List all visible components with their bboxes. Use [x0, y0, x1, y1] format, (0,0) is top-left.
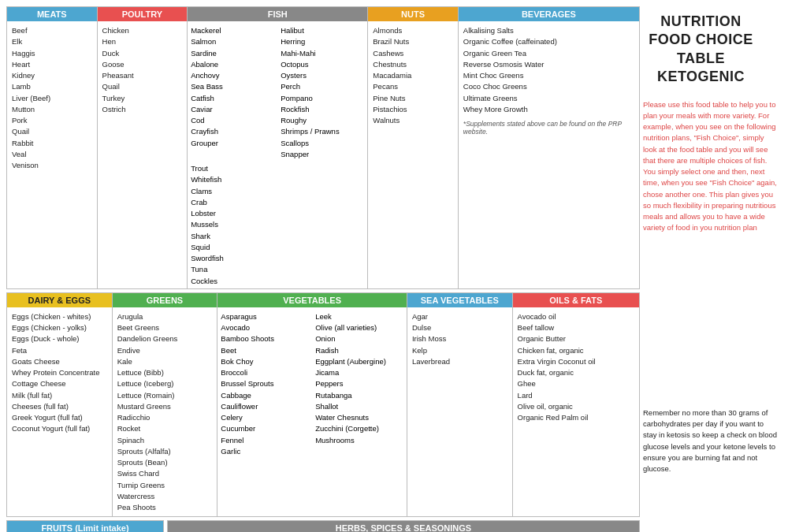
fish-col3: TroutWhitefishClamsCrabLobsterMusselsSha… — [188, 162, 277, 288]
beverages-content: Alkalising SaltsOrganic Coffee (caffeina… — [459, 24, 639, 118]
dairy-col: DAIRY & EGGS Eggs (Chicken - whites)Eggs… — [7, 293, 113, 517]
food-tables: MEATS BeefElkHaggisHeartKidneyLambLiver … — [6, 6, 640, 532]
right-panel: NUTRITIONFOOD CHOICETABLEKETOGENIC Pleas… — [640, 6, 782, 532]
supplement-note: *Supplements stated above can be found o… — [459, 118, 639, 137]
nuts-col: NUTS AlmondsBrazil NutsCashewsChestnutsM… — [368, 7, 459, 288]
oils-content: Avocado oilBeef tallowOrganic ButterChic… — [513, 310, 639, 427]
poultry-content: ChickenHenDuckGoosePheasantQuailTurkeyOs… — [98, 24, 188, 118]
herbs-header: HERBS, SPICES & SEASONINGS — [168, 521, 639, 532]
page-title: NUTRITIONFOOD CHOICETABLEKETOGENIC — [649, 13, 753, 87]
oils-header: OILS & FATS — [513, 293, 639, 307]
bottom-row: FRUITS (Limit intake) ApplesApricotsBlac… — [6, 520, 640, 532]
meats-header: MEATS — [7, 7, 97, 21]
fish-inner: MackerelSalmonSardineAbaloneAnchovySea B… — [188, 24, 367, 288]
sea-veg-col: SEA VEGETABLES AgarDulseIrish MossKelpLa… — [407, 293, 513, 517]
beverages-col: BEVERAGES Alkalising SaltsOrganic Coffee… — [459, 7, 639, 288]
fish-col2: HalibutHerringMahi-MahiOctopusOystersPer… — [277, 24, 367, 162]
sea-veg-content: AgarDulseIrish MossKelpLaverbread — [407, 310, 512, 370]
herbs-section: HERBS, SPICES & SEASONINGS AniseCeltic S… — [167, 520, 640, 532]
fish-header: FISH — [188, 7, 367, 21]
veg-inner: AsparagusAvocadoBamboo ShootsBeetBok Cho… — [217, 310, 407, 459]
meats-content: BeefElkHaggisHeartKidneyLambLiver (Beef)… — [7, 24, 97, 174]
info-red-box: Please use this food table to help you t… — [640, 96, 782, 401]
mid-section: DAIRY & EGGS Eggs (Chicken - whites)Eggs… — [6, 292, 640, 518]
top-section: MEATS BeefElkHaggisHeartKidneyLambLiver … — [6, 6, 640, 289]
veg-col2: LeekOlive (all varieties)OnionRadishEggp… — [312, 310, 407, 459]
title-block: NUTRITIONFOOD CHOICETABLEKETOGENIC — [640, 6, 762, 93]
fish-col: FISH MackerelSalmonSardineAbaloneAnchovy… — [188, 7, 368, 288]
page-container: MEATS BeefElkHaggisHeartKidneyLambLiver … — [6, 6, 782, 532]
vegetables-header: VEGETABLES — [217, 293, 407, 307]
fish-col1: MackerelSalmonSardineAbaloneAnchovySea B… — [188, 24, 277, 162]
greens-header: GREENS — [113, 293, 217, 307]
sea-veg-header: SEA VEGETABLES — [407, 293, 512, 307]
veg-col1: AsparagusAvocadoBamboo ShootsBeetBok Cho… — [217, 310, 312, 459]
greens-col: GREENS ArugulaBeet GreensDandelion Green… — [113, 293, 218, 517]
poultry-header: POULTRY — [98, 7, 188, 21]
dairy-content: Eggs (Chicken - whites)Eggs (Chicken - y… — [7, 310, 112, 438]
nuts-content: AlmondsBrazil NutsCashewsChestnutsMacada… — [368, 24, 458, 129]
info-black-box: Remember no more than 30 grams of carboh… — [640, 404, 782, 532]
nuts-header: NUTS — [368, 7, 458, 21]
vegetables-col: VEGETABLES AsparagusAvocadoBamboo Shoots… — [217, 293, 407, 517]
greens-content: ArugulaBeet GreensDandelion GreensEndive… — [113, 310, 217, 517]
dairy-header: DAIRY & EGGS — [7, 293, 112, 307]
fruits-section: FRUITS (Limit intake) ApplesApricotsBlac… — [6, 520, 164, 532]
meats-col: MEATS BeefElkHaggisHeartKidneyLambLiver … — [7, 7, 98, 288]
beverages-header: BEVERAGES — [459, 7, 639, 21]
poultry-col: POULTRY ChickenHenDuckGoosePheasantQuail… — [98, 7, 188, 288]
top-row: MEATS BeefElkHaggisHeartKidneyLambLiver … — [6, 6, 782, 532]
oils-col: OILS & FATS Avocado oilBeef tallowOrgani… — [513, 293, 639, 517]
fruits-header: FRUITS (Limit intake) — [7, 521, 163, 532]
